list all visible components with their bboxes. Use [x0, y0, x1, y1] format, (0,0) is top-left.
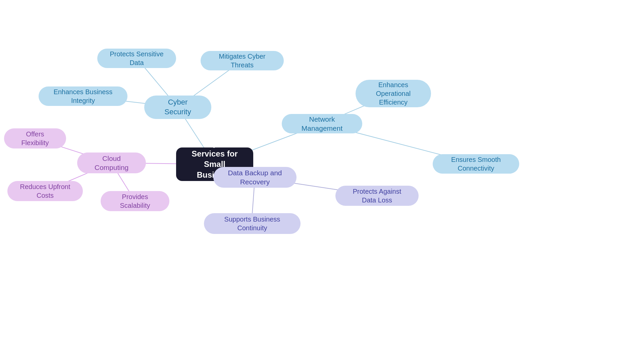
provides-scalability-node: Provides Scalability — [101, 191, 169, 211]
protects-data-loss-node: Protects Against Data Loss — [335, 186, 419, 206]
offers-flexibility-node: Offers Flexibility — [4, 128, 66, 148]
ensures-connectivity-node: Ensures Smooth Connectivity — [433, 154, 519, 174]
cyber-security-node: Cyber Security — [144, 96, 211, 119]
protects-sensitive-node: Protects Sensitive Data — [97, 49, 176, 68]
data-backup-node: Data Backup and Recovery — [213, 167, 297, 188]
cloud-computing-node: Cloud Computing — [77, 153, 146, 173]
enhances-efficiency-node: Enhances Operational Efficiency — [356, 80, 431, 107]
supports-continuity-node: Supports Business Continuity — [204, 213, 301, 234]
network-management-node: Network Management — [282, 114, 362, 133]
reduces-costs-node: Reduces Upfront Costs — [7, 181, 83, 201]
enhances-integrity-node: Enhances Business Integrity — [39, 86, 127, 106]
mitigates-threats-node: Mitigates Cyber Threats — [201, 51, 284, 70]
